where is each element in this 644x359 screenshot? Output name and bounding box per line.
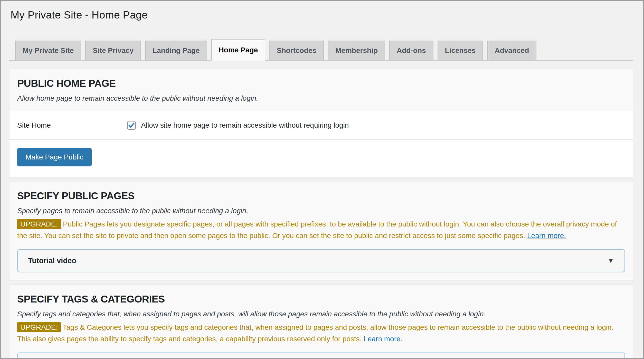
- site-home-control: Allow site home page to remain accessibl…: [127, 121, 349, 130]
- tab-advanced[interactable]: Advanced: [487, 41, 536, 61]
- site-home-checkbox[interactable]: [127, 121, 136, 130]
- upgrade-badge: UPGRADE:: [17, 322, 61, 332]
- upgrade-badge: UPGRADE:: [17, 219, 61, 229]
- tutorial-video-accordion[interactable]: Tutorial video ▼: [17, 249, 625, 272]
- section-public-home-page: PUBLIC HOME PAGE Allow home page to rema…: [9, 68, 633, 177]
- section-header: PUBLIC HOME PAGE Allow home page to rema…: [10, 69, 633, 111]
- upgrade-notice: UPGRADE: Public Pages lets you designate…: [17, 219, 625, 242]
- section-description: Allow home page to remain accessible to …: [17, 93, 625, 104]
- tab-shortcodes[interactable]: Shortcodes: [269, 41, 324, 61]
- site-home-checkbox-label: Allow site home page to remain accessibl…: [141, 121, 349, 129]
- tab-home-page[interactable]: Home Page: [211, 39, 266, 61]
- tab-licenses[interactable]: Licenses: [438, 41, 483, 61]
- section-description: Specify tags and categories that, when a…: [17, 309, 625, 319]
- tab-add-ons[interactable]: Add-ons: [389, 41, 433, 61]
- learn-more-link[interactable]: Learn more.: [364, 335, 402, 343]
- upgrade-text: Tags & Categories lets you specify tags …: [17, 323, 613, 343]
- tab-landing-page[interactable]: Landing Page: [145, 41, 207, 61]
- section-specify-public-pages: SPECIFY PUBLIC PAGES Specify pages to re…: [9, 181, 633, 280]
- section-description: Specify pages to remain accessible to th…: [17, 206, 625, 216]
- section-heading: SPECIFY PUBLIC PAGES: [17, 190, 625, 202]
- section-specify-tags-categories: SPECIFY TAGS & CATEGORIES Specify tags a…: [9, 285, 633, 359]
- section-heading: PUBLIC HOME PAGE: [17, 78, 625, 89]
- button-area: Make Page Public: [10, 140, 633, 177]
- settings-content: PUBLIC HOME PAGE Allow home page to rema…: [9, 68, 633, 359]
- settings-window: My Private Site - Home Page My Private S…: [0, 0, 644, 359]
- tab-site-privacy[interactable]: Site Privacy: [85, 41, 141, 61]
- tutorial-video-accordion[interactable]: Tutorial video ▼: [17, 353, 625, 359]
- tab-my-private-site[interactable]: My Private Site: [15, 41, 81, 61]
- page-title: My Private Site - Home Page: [11, 9, 643, 21]
- learn-more-link[interactable]: Learn more.: [527, 232, 566, 240]
- make-page-public-button[interactable]: Make Page Public: [17, 148, 92, 166]
- site-home-row: Site Home Allow site home page to remain…: [10, 111, 633, 140]
- section-heading: SPECIFY TAGS & CATEGORIES: [17, 294, 625, 305]
- tab-membership[interactable]: Membership: [328, 41, 385, 61]
- chevron-down-icon: ▼: [607, 257, 614, 265]
- upgrade-notice: UPGRADE: Tags & Categories lets you spec…: [17, 322, 625, 345]
- checkmark-icon: [128, 122, 135, 129]
- tab-bar: My Private Site Site Privacy Landing Pag…: [9, 39, 633, 61]
- site-home-label: Site Home: [17, 121, 127, 129]
- accordion-label: Tutorial video: [28, 257, 76, 265]
